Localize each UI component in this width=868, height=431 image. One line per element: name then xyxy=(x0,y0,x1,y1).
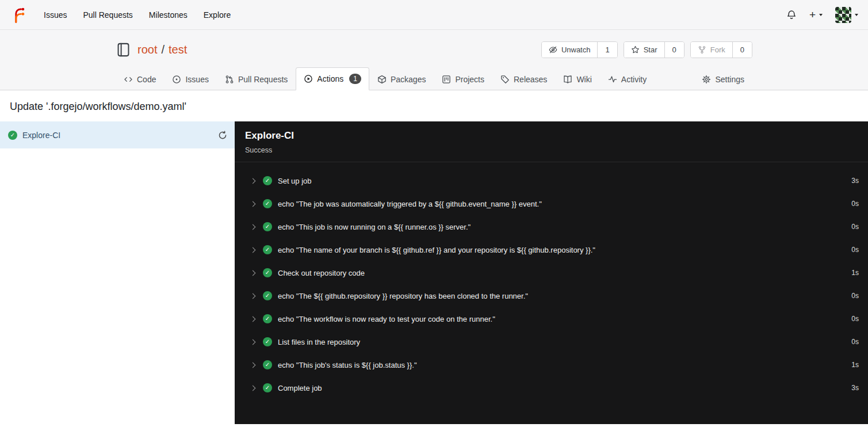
run-job-title: Explore-CI xyxy=(245,130,858,142)
run-status: Success xyxy=(245,146,858,154)
tab-label: Wiki xyxy=(576,75,591,84)
step-row[interactable]: Complete job 3s xyxy=(235,376,868,399)
chevron-right-icon xyxy=(250,339,256,345)
step-label: List files in the repository xyxy=(278,338,360,346)
star-button[interactable]: Star xyxy=(624,42,664,58)
caret-down-icon xyxy=(819,14,823,16)
chevron-right-icon xyxy=(250,201,256,207)
chevron-right-icon xyxy=(250,224,256,230)
tag-icon xyxy=(500,75,510,84)
chevron-right-icon xyxy=(250,316,256,322)
tab-packages[interactable]: Packages xyxy=(369,68,434,90)
nav-milestones[interactable]: Milestones xyxy=(143,6,194,24)
fork-icon xyxy=(698,45,706,54)
tab-label: Activity xyxy=(621,75,647,84)
chevron-right-icon xyxy=(250,247,256,253)
repo-name-link[interactable]: test xyxy=(169,43,187,56)
nav-explore[interactable]: Explore xyxy=(197,6,237,24)
run-layout: Explore-CI Explore-CI Success Set up job… xyxy=(0,121,868,424)
tab-wiki[interactable]: Wiki xyxy=(555,68,599,90)
tab-issues[interactable]: Issues xyxy=(164,68,216,90)
package-icon xyxy=(377,75,387,84)
create-new-button[interactable] xyxy=(809,9,823,20)
run-sidebar: Explore-CI xyxy=(0,121,235,424)
tab-pull-requests[interactable]: Pull Requests xyxy=(217,68,296,90)
repo-tab-bar: Code Issues Pull Requests xyxy=(116,67,752,90)
tab-actions[interactable]: Actions 1 xyxy=(296,67,369,90)
notifications-button[interactable] xyxy=(786,10,797,20)
chevron-right-icon xyxy=(250,293,256,299)
tab-code[interactable]: Code xyxy=(116,68,164,90)
step-row[interactable]: Check out repository code 1s xyxy=(235,261,868,284)
tab-projects[interactable]: Projects xyxy=(434,68,492,90)
step-row[interactable]: echo "The job was automatically triggere… xyxy=(235,192,868,215)
tab-label: Settings xyxy=(715,75,744,84)
project-icon xyxy=(442,75,451,84)
page-title: Update '.forgejo/workflows/demo.yaml' xyxy=(0,90,868,121)
top-navbar: Issues Pull Requests Milestones Explore xyxy=(0,0,868,30)
bell-icon xyxy=(786,10,797,20)
tab-label: Code xyxy=(137,75,156,84)
navbar-links: Issues Pull Requests Milestones Explore xyxy=(37,6,237,24)
repo-title-row: root / test Unwatch xyxy=(116,41,752,58)
eye-slash-icon xyxy=(549,45,557,54)
step-duration: 1s xyxy=(851,361,859,369)
fork-button[interactable]: Fork xyxy=(691,42,732,58)
forgejo-logo[interactable] xyxy=(10,6,27,24)
step-list: Set up job 3s echo "The job was automati… xyxy=(235,162,868,406)
repo-header: root / test Unwatch xyxy=(0,30,868,90)
repo-book-icon xyxy=(116,42,131,58)
step-label: echo "The workflow is now ready to test … xyxy=(278,315,495,323)
navbar-right xyxy=(786,7,858,23)
step-row[interactable]: echo "This job's status is ${{ job.statu… xyxy=(235,353,868,376)
tab-label: Projects xyxy=(455,75,484,84)
code-icon xyxy=(124,75,133,84)
step-duration: 1s xyxy=(851,269,859,277)
tab-releases[interactable]: Releases xyxy=(492,68,555,90)
tab-label: Actions xyxy=(317,74,343,83)
sidebar-job-explore-ci[interactable]: Explore-CI xyxy=(0,121,235,148)
step-label: echo "The job was automatically triggere… xyxy=(278,200,542,208)
unwatch-label: Unwatch xyxy=(561,45,591,54)
step-row[interactable]: echo "The workflow is now ready to test … xyxy=(235,307,868,330)
rerun-icon[interactable] xyxy=(218,131,227,140)
check-circle-icon xyxy=(263,360,272,369)
step-duration: 0s xyxy=(851,223,859,231)
step-duration: 3s xyxy=(851,384,859,392)
step-label: echo "The ${{ github.repository }} repos… xyxy=(278,292,528,300)
tab-activity[interactable]: Activity xyxy=(600,68,655,90)
repo-action-buttons: Unwatch 1 Star 0 xyxy=(541,41,752,58)
unwatch-button[interactable]: Unwatch xyxy=(542,42,598,58)
tab-settings[interactable]: Settings xyxy=(694,68,752,90)
step-label: echo "This job's status is ${{ job.statu… xyxy=(278,361,417,369)
step-row[interactable]: echo "The ${{ github.repository }} repos… xyxy=(235,284,868,307)
tab-label: Issues xyxy=(185,75,208,84)
issue-opened-icon xyxy=(172,75,181,84)
check-circle-icon xyxy=(263,314,272,323)
nav-pull-requests[interactable]: Pull Requests xyxy=(77,6,139,24)
user-menu-button[interactable] xyxy=(835,7,858,23)
chevron-right-icon xyxy=(250,385,256,391)
step-label: echo "The name of your branch is ${{ git… xyxy=(278,246,595,254)
step-duration: 3s xyxy=(851,177,859,185)
forks-count[interactable]: 0 xyxy=(732,42,752,58)
pulse-icon xyxy=(608,75,617,84)
step-row[interactable]: Set up job 3s xyxy=(235,169,868,192)
tab-label: Packages xyxy=(391,75,426,84)
check-circle-icon xyxy=(263,383,272,392)
repo-owner-link[interactable]: root xyxy=(137,43,157,56)
check-circle-icon xyxy=(263,337,272,346)
step-row[interactable]: List files in the repository 0s xyxy=(235,330,868,353)
step-row[interactable]: echo "This job is now running on a ${{ r… xyxy=(235,215,868,238)
watchers-count[interactable]: 1 xyxy=(597,42,617,58)
nav-issues[interactable]: Issues xyxy=(37,6,73,24)
play-circle-icon xyxy=(304,74,313,83)
step-row[interactable]: echo "The name of your branch is ${{ git… xyxy=(235,238,868,261)
pull-request-icon xyxy=(225,75,234,84)
star-label: Star xyxy=(644,45,657,54)
chevron-right-icon xyxy=(250,362,256,368)
chevron-right-icon xyxy=(250,270,256,276)
check-circle-icon xyxy=(263,199,272,208)
book-icon xyxy=(563,75,572,84)
stars-count[interactable]: 0 xyxy=(664,42,684,58)
